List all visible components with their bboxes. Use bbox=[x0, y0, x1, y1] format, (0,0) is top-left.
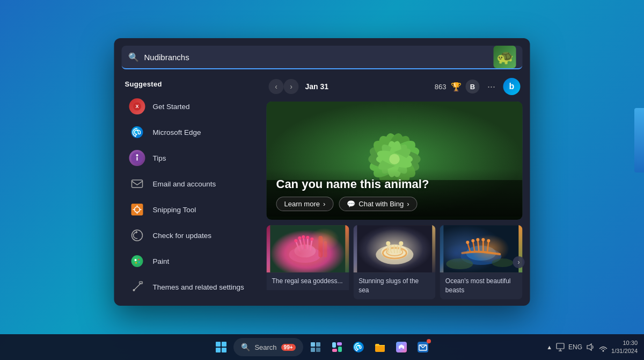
cards-next-button[interactable]: › bbox=[513, 256, 525, 268]
sidebar-item-updates[interactable]: Check for updates bbox=[119, 222, 260, 248]
updates-icon bbox=[129, 227, 145, 243]
mail-button[interactable] bbox=[414, 338, 432, 356]
hero-card[interactable]: Can you name this animal? Learn more › 💬… bbox=[267, 102, 523, 220]
card-1-label: The regal sea goddess... bbox=[267, 272, 349, 290]
svg-point-65 bbox=[399, 241, 403, 246]
mail-badge bbox=[427, 339, 431, 343]
svg-rect-87 bbox=[332, 349, 337, 352]
svg-point-78 bbox=[487, 239, 491, 242]
sidebar-item-email[interactable]: Email and accounts bbox=[119, 171, 260, 197]
next-button[interactable]: › bbox=[284, 79, 299, 94]
chat-bing-chevron: › bbox=[407, 200, 409, 208]
get-started-label: Get Started bbox=[153, 103, 190, 111]
svg-point-17 bbox=[138, 262, 140, 263]
right-accent-bar bbox=[634, 108, 644, 172]
snipping-icon bbox=[129, 201, 145, 218]
chat-bing-button[interactable]: 💬 Chat with Bing › bbox=[339, 197, 417, 211]
bing-button[interactable]: b bbox=[503, 78, 521, 95]
svg-point-18 bbox=[135, 262, 137, 264]
svg-rect-92 bbox=[400, 348, 402, 350]
date-display: 1/31/2024 bbox=[611, 347, 638, 355]
sidebar-item-snipping[interactable]: Snipping Tool bbox=[119, 197, 260, 222]
prev-button[interactable]: ‹ bbox=[269, 79, 284, 94]
svg-line-70 bbox=[473, 241, 475, 251]
svg-point-60 bbox=[383, 248, 406, 258]
svg-rect-88 bbox=[338, 347, 342, 352]
svg-rect-56 bbox=[324, 241, 327, 257]
svg-point-40 bbox=[389, 154, 399, 164]
store-button[interactable] bbox=[392, 338, 411, 356]
paint-label: Paint bbox=[153, 257, 170, 265]
svg-point-76 bbox=[477, 238, 480, 241]
volume-icon[interactable] bbox=[586, 342, 595, 352]
widgets-button[interactable] bbox=[328, 338, 346, 356]
svg-point-74 bbox=[466, 241, 470, 244]
svg-line-49 bbox=[310, 240, 312, 250]
taskbar-edge-button[interactable] bbox=[349, 338, 368, 356]
eng-label[interactable]: ENG bbox=[568, 343, 582, 351]
svg-point-54 bbox=[310, 237, 313, 241]
sidebar-item-themes[interactable]: Themes and related settings bbox=[119, 274, 260, 300]
tray-arrow[interactable]: ▲ bbox=[546, 344, 552, 350]
card-ocean-beasts[interactable]: Ocean's most beautiful beasts bbox=[440, 225, 523, 299]
network-icon[interactable] bbox=[598, 342, 608, 352]
svg-rect-83 bbox=[311, 348, 315, 352]
sidebar-item-paint[interactable]: Paint bbox=[119, 248, 260, 274]
svg-line-62 bbox=[388, 244, 390, 252]
svg-point-59 bbox=[381, 244, 408, 260]
svg-point-4 bbox=[136, 154, 138, 156]
taskbar-search[interactable]: 🔍 Search 99+ bbox=[233, 338, 303, 356]
more-button[interactable]: ··· bbox=[484, 79, 499, 94]
svg-point-14 bbox=[131, 255, 143, 267]
chat-bing-label: Chat with Bing bbox=[358, 200, 404, 208]
search-avatar: 🐢 bbox=[494, 46, 516, 68]
snipping-label: Snipping Tool bbox=[153, 206, 196, 214]
suggested-label: Suggested bbox=[114, 78, 265, 93]
svg-point-20 bbox=[133, 289, 135, 291]
hero-buttons: Learn more › 💬 Chat with Bing › bbox=[276, 197, 513, 211]
svg-point-79 bbox=[447, 258, 473, 269]
svg-rect-5 bbox=[137, 157, 138, 161]
chat-icon: 💬 bbox=[347, 200, 355, 208]
svg-point-16 bbox=[138, 259, 140, 261]
svg-point-43 bbox=[289, 247, 321, 263]
file-explorer-button[interactable] bbox=[371, 338, 389, 356]
sidebar-item-get-started[interactable]: X Get Started bbox=[119, 93, 260, 119]
svg-point-75 bbox=[472, 239, 475, 242]
svg-point-50 bbox=[294, 239, 297, 242]
sidebar-item-edge[interactable]: Microsoft Edge bbox=[119, 119, 260, 145]
content-area: Suggested X Get Started bbox=[114, 69, 530, 306]
svg-point-52 bbox=[302, 235, 305, 239]
taskbar-center: 🔍 Search 99+ bbox=[212, 338, 431, 356]
taskbar-search-label: Search bbox=[254, 343, 276, 351]
svg-rect-42 bbox=[270, 225, 345, 272]
card-image-2 bbox=[353, 225, 436, 272]
time-display: 10:30 bbox=[611, 339, 638, 347]
system-time[interactable]: 10:30 1/31/2024 bbox=[611, 339, 638, 356]
right-top-bar: ‹ › Jan 31 863 🏆 B ··· b bbox=[267, 78, 523, 95]
search-icon: 🔍 bbox=[128, 52, 139, 62]
svg-point-67 bbox=[461, 248, 502, 265]
svg-rect-6 bbox=[132, 180, 143, 188]
card-2-label: Stunning slugs of the sea bbox=[353, 272, 436, 299]
score-badge: 863 🏆 B ··· b bbox=[435, 78, 521, 95]
svg-point-51 bbox=[298, 236, 301, 240]
card-stunning-slugs[interactable]: Stunning slugs of the sea bbox=[353, 225, 436, 299]
card-image-3 bbox=[440, 225, 523, 272]
svg-point-80 bbox=[492, 258, 514, 267]
tips-label: Tips bbox=[153, 154, 166, 162]
tips-icon bbox=[129, 150, 145, 166]
sidebar-item-tips[interactable]: Tips bbox=[119, 145, 260, 171]
card-regal-sea[interactable]: The regal sea goddess... bbox=[267, 225, 349, 299]
svg-point-64 bbox=[386, 241, 390, 246]
search-input[interactable] bbox=[144, 53, 494, 62]
edge-icon bbox=[129, 124, 145, 140]
taskbar: 🔍 Search 99+ bbox=[0, 334, 644, 360]
start-button[interactable] bbox=[212, 338, 230, 356]
search-bar[interactable]: 🔍 🐢 bbox=[122, 46, 523, 69]
card-image-1 bbox=[267, 225, 349, 272]
score-value: 863 bbox=[435, 83, 447, 91]
themes-icon bbox=[129, 279, 145, 295]
task-view-button[interactable] bbox=[306, 338, 325, 356]
learn-more-button[interactable]: Learn more › bbox=[276, 197, 334, 211]
